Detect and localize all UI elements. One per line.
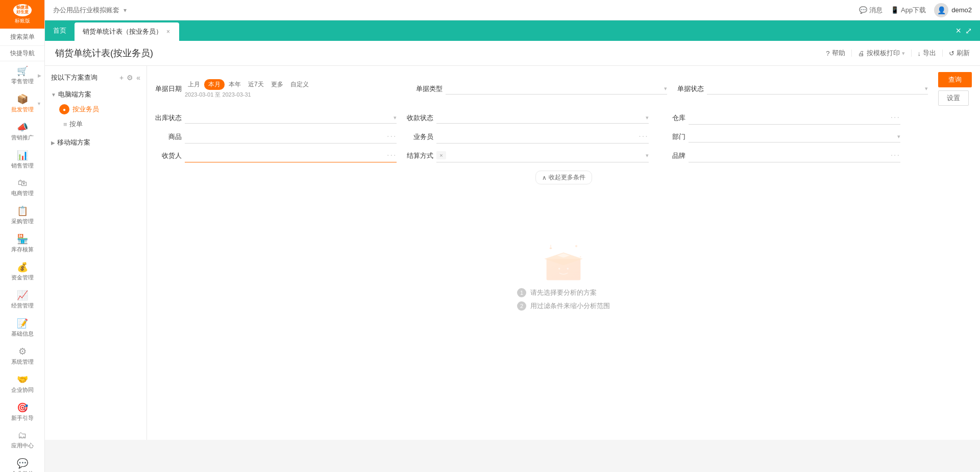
refresh-btn[interactable]: ↺ 刷新 bbox=[949, 49, 970, 58]
salesman-select[interactable]: ··· bbox=[436, 130, 648, 144]
help-btn[interactable]: ? 帮助 bbox=[826, 49, 845, 58]
filter-field-dept: 部门 ▾ bbox=[659, 131, 900, 143]
doc-status-select[interactable]: ▾ bbox=[707, 83, 928, 95]
sidebar-item-inventory[interactable]: 🏪 库存核算 bbox=[0, 229, 44, 257]
recv-status-arrow-icon: ▾ bbox=[646, 114, 649, 121]
appstore-icon: 🗂 bbox=[18, 430, 27, 441]
user-area[interactable]: 👤 demo2 bbox=[934, 3, 972, 17]
sidebar-item-purchase[interactable]: 📋 采购管理 bbox=[0, 201, 44, 229]
filter-row-2: 出库状态 ▾ 收款状态 bbox=[155, 111, 972, 125]
settle-arrow-icon[interactable]: ▾ bbox=[646, 152, 649, 159]
help-label: 帮助 bbox=[832, 49, 845, 58]
order-scheme-icon: ≡ bbox=[63, 121, 67, 128]
query-button[interactable]: 查询 bbox=[938, 72, 972, 87]
date-btn-custom[interactable]: 自定义 bbox=[287, 79, 312, 90]
panel-settings-icon[interactable]: ⚙ bbox=[127, 74, 133, 82]
pc-scheme-title: 电脑端方案 bbox=[58, 90, 91, 99]
export-btn[interactable]: ↓ 导出 bbox=[918, 49, 937, 58]
date-btn-this-year[interactable]: 本年 bbox=[226, 79, 244, 90]
message-btn[interactable]: 💬 消息 bbox=[859, 6, 883, 15]
sidebar-item-marketing[interactable]: 📣 营销推广 bbox=[0, 117, 44, 146]
scheme-sub-order[interactable]: ≡ 按单 bbox=[45, 117, 146, 131]
page-title: 销货单统计表(按业务员) bbox=[55, 47, 153, 59]
filter-buttons: 查询 设置 bbox=[938, 72, 972, 106]
sidebar-search-item[interactable]: 搜索菜单 bbox=[0, 29, 44, 46]
filter-row-1: 单据日期 上月 本月 本年 近7天 更多 自定义 20 bbox=[155, 72, 972, 106]
brand-dots[interactable]: ··· bbox=[891, 151, 900, 160]
dept-arrow-icon: ▾ bbox=[897, 133, 900, 140]
sidebar-item-label-newbie: 新手引导 bbox=[11, 414, 34, 422]
sidebar-item-system[interactable]: ⚙ 系统管理 bbox=[0, 342, 44, 370]
left-panel: 按以下方案查询 + ⚙ « ▼ 电脑端方案 ● bbox=[45, 66, 147, 440]
warehouse-dots[interactable]: ··· bbox=[891, 113, 900, 122]
consignee-dots[interactable]: ··· bbox=[387, 151, 397, 160]
app-download-btn[interactable]: 📱 App下载 bbox=[891, 6, 926, 15]
sidebar-item-ecommerce[interactable]: 🛍 电商管理 bbox=[0, 174, 44, 201]
logo-area: 畅捷通好生意 标账版 bbox=[0, 0, 44, 29]
goods-select[interactable]: ··· bbox=[185, 130, 397, 144]
goods-dots[interactable]: ··· bbox=[387, 132, 397, 141]
scheme-child-salesman[interactable]: ● 按业务员 bbox=[45, 102, 146, 117]
mobile-scheme-parent[interactable]: ▶ 移动端方案 bbox=[45, 135, 146, 150]
enterprise-wx-icon: 💬 bbox=[17, 458, 28, 469]
brand-select[interactable]: ··· bbox=[689, 149, 900, 162]
sidebar-item-sales-mgmt[interactable]: 📊 销售管理 bbox=[0, 146, 44, 174]
collapse-button[interactable]: ∧ 收起更多条件 bbox=[535, 171, 592, 184]
tab-home[interactable]: 首页 bbox=[45, 20, 75, 41]
tip-num-1: 1 bbox=[517, 288, 526, 297]
tab-close-icon[interactable]: × bbox=[165, 27, 171, 36]
recv-status-select[interactable]: ▾ bbox=[436, 112, 648, 124]
page-header-actions: ? 帮助 🖨 按模板打印 ▾ ↓ 导出 ↺ 刷新 bbox=[826, 49, 970, 58]
warehouse-select[interactable]: ··· bbox=[689, 111, 900, 125]
consignee-input-wrap[interactable]: ··· bbox=[185, 149, 397, 162]
panel-add-icon[interactable]: + bbox=[119, 74, 124, 82]
help-icon: ? bbox=[826, 50, 829, 57]
tab-close-all-icon[interactable]: × bbox=[955, 26, 961, 36]
right-panel: 单据日期 上月 本月 本年 近7天 更多 自定义 20 bbox=[147, 66, 980, 440]
print-btn[interactable]: 🖨 按模板打印 ▾ bbox=[858, 49, 905, 58]
doc-type-arrow-icon: ▾ bbox=[664, 85, 667, 92]
top-bar-right: 💬 消息 📱 App下载 👤 demo2 bbox=[859, 3, 972, 17]
date-btn-last-month[interactable]: 上月 bbox=[185, 79, 203, 90]
date-btn-this-month[interactable]: 本月 bbox=[204, 79, 225, 90]
recv-status-value[interactable]: ▾ bbox=[436, 112, 648, 124]
consignee-input[interactable] bbox=[185, 152, 387, 159]
filter-field-out-status: 出库状态 ▾ bbox=[155, 112, 397, 124]
settle-value: × ▾ bbox=[436, 149, 648, 162]
sidebar-item-retail[interactable]: 🛒 零售管理 ▶ bbox=[0, 61, 44, 89]
dept-select[interactable]: ▾ bbox=[689, 131, 900, 143]
sidebar-item-enterprise-wx[interactable]: 💬 企业微信 bbox=[0, 454, 44, 472]
sidebar-item-operation[interactable]: 📈 经营管理 bbox=[0, 286, 44, 314]
wholesale-expand-icon: ▼ bbox=[37, 101, 41, 106]
date-btn-last-7[interactable]: 近7天 bbox=[245, 79, 267, 90]
sidebar-quicknav-item[interactable]: 快捷导航 bbox=[0, 46, 44, 61]
settle-tag-close-icon[interactable]: × bbox=[439, 152, 443, 158]
pc-scheme-parent[interactable]: ▼ 电脑端方案 bbox=[45, 87, 146, 102]
top-bar-dropdown-icon[interactable]: ▾ bbox=[124, 7, 127, 14]
panel-header: 按以下方案查询 + ⚙ « bbox=[45, 70, 146, 85]
sidebar-item-enterprise[interactable]: 🤝 企业协同 bbox=[0, 370, 44, 398]
date-btn-more[interactable]: 更多 bbox=[268, 79, 286, 90]
sidebar-item-basic[interactable]: 📝 基础信息 bbox=[0, 314, 44, 342]
filter-field-recv-status: 收款状态 ▾ bbox=[407, 112, 648, 124]
doc-type-value[interactable]: ▾ bbox=[446, 83, 667, 95]
tab-sales-stat[interactable]: 销货单统计表（按业务员） × bbox=[75, 22, 179, 41]
out-status-value[interactable]: ▾ bbox=[185, 112, 397, 124]
print-icon: 🖨 bbox=[858, 50, 865, 57]
out-status-select[interactable]: ▾ bbox=[185, 112, 397, 124]
download-label: App下载 bbox=[901, 6, 926, 15]
settings-button[interactable]: 设置 bbox=[938, 90, 969, 106]
salesman-dots[interactable]: ··· bbox=[639, 132, 648, 141]
sidebar-item-finance[interactable]: 💰 资金管理 bbox=[0, 257, 44, 286]
panel-collapse-icon[interactable]: « bbox=[136, 74, 140, 82]
doc-status-value[interactable]: ▾ bbox=[707, 83, 928, 95]
doc-type-select[interactable]: ▾ bbox=[446, 83, 667, 95]
sidebar-item-newbie[interactable]: 🎯 新手引导 bbox=[0, 398, 44, 426]
dept-value[interactable]: ▾ bbox=[689, 131, 900, 143]
tab-expand-icon[interactable]: ⤢ bbox=[965, 26, 972, 36]
recv-status-label: 收款状态 bbox=[407, 113, 433, 123]
system-icon: ⚙ bbox=[18, 346, 27, 357]
sidebar-item-wholesale[interactable]: 📦 批发管理 ▼ bbox=[0, 89, 44, 117]
sidebar-item-appstore[interactable]: 🗂 应用中心 bbox=[0, 426, 44, 454]
filter-field-goods: 商品 ··· bbox=[155, 130, 397, 144]
